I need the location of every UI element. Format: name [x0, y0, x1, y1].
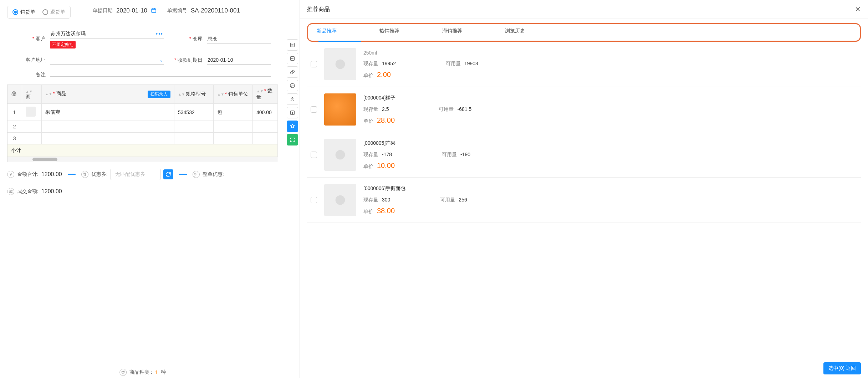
- horizontal-scrollbar[interactable]: [7, 157, 278, 162]
- calendar-icon[interactable]: [151, 7, 157, 14]
- product-name: [0000004]橘子: [363, 95, 857, 101]
- doc-type-tabs: 销货单 退货单: [7, 6, 71, 19]
- address-input[interactable]: ⌄: [50, 56, 164, 65]
- right-panel-title: 推荐商品: [307, 6, 330, 13]
- col-qty[interactable]: ▲▼* 数量: [253, 85, 278, 104]
- gear-column[interactable]: [7, 85, 22, 104]
- customer-label: 客户: [7, 36, 50, 42]
- row-image-cell: [22, 104, 41, 121]
- list-item[interactable]: [0000006]手撕面包 现存量300 可用量256 单价 38.00: [307, 178, 861, 223]
- list-item[interactable]: [0000004]橘子 现存量2.5 可用量-681.5 单价 28.00: [307, 87, 861, 132]
- table-row[interactable]: 1 果倍爽 534532 包 400.00: [7, 104, 278, 121]
- svg-point-8: [336, 150, 345, 160]
- table-row[interactable]: 3: [7, 133, 278, 144]
- col-spec[interactable]: ▲▼规格型号: [174, 85, 214, 104]
- customer-value: 苏州万达沃尔玛: [51, 31, 86, 37]
- tool-person-icon[interactable]: [287, 93, 298, 105]
- tool-swap-icon[interactable]: [287, 80, 298, 91]
- minus-icon: [179, 174, 187, 175]
- coupon-input[interactable]: 无匹配优惠券: [111, 169, 160, 180]
- col-img[interactable]: ▲▼商: [22, 85, 41, 104]
- tool-link-icon[interactable]: [287, 66, 298, 78]
- form-area: 客户 苏州万达沃尔玛 ••• 不固定账期 仓库 总仓 客户地址 ⌄ 收款到期日 …: [7, 29, 278, 78]
- col-unit[interactable]: ▲▼* 销售单位: [214, 85, 253, 104]
- tab-hot[interactable]: 热销推荐: [379, 28, 399, 37]
- table-row[interactable]: 2: [7, 121, 278, 133]
- tool-star-icon[interactable]: [287, 121, 298, 132]
- stock-label: 现存量: [363, 197, 378, 203]
- row-image-cell: [22, 121, 41, 133]
- select-return-button[interactable]: 选中(0) 返回: [823, 362, 861, 374]
- checkbox[interactable]: [311, 152, 317, 158]
- tool-list-icon[interactable]: [287, 39, 298, 51]
- more-icon[interactable]: •••: [156, 31, 163, 37]
- items-table: ▲▼商 ▲▼* 商品扫码录入 ▲▼规格型号 ▲▼* 销售单位 ▲▼* 数量 1 …: [7, 85, 278, 162]
- account-badge: 不固定账期: [50, 41, 76, 48]
- close-icon[interactable]: ✕: [855, 5, 861, 14]
- radio-icon: [12, 9, 18, 15]
- checkbox[interactable]: [311, 106, 317, 113]
- row-qty[interactable]: [253, 121, 278, 133]
- row-index: 1: [7, 104, 22, 121]
- row-unit[interactable]: [214, 121, 253, 133]
- tab-new[interactable]: 新品推荐: [317, 28, 337, 37]
- row-qty[interactable]: [253, 133, 278, 144]
- paydate-label: 收款到期日: [164, 57, 207, 63]
- row-spec[interactable]: [174, 121, 214, 133]
- stock-value: 2.5: [382, 106, 389, 113]
- paydate-input[interactable]: 2020-01-10: [207, 56, 271, 65]
- list-item[interactable]: 250ml 现存量19952 可用量19903 单价 2.00: [307, 42, 861, 87]
- checkbox[interactable]: [311, 197, 317, 203]
- customer-input[interactable]: 苏州万达沃尔玛 •••: [50, 29, 164, 39]
- stock-label: 现存量: [363, 61, 378, 67]
- tab-slow[interactable]: 滞销推荐: [442, 28, 462, 37]
- doc-date-label: 单据日期: [93, 7, 113, 14]
- deal-label: 成交金额:: [17, 188, 39, 195]
- tab-history[interactable]: 浏览历史: [505, 28, 525, 37]
- tool-chart-icon[interactable]: [287, 53, 298, 64]
- totals-row: ¥ 金额合计: 1200.00 券 优惠券: 无匹配优惠券 折 整单优惠:: [7, 169, 278, 180]
- doc-num-value: SA-20200110-001: [191, 7, 240, 14]
- row-product[interactable]: 果倍爽: [41, 104, 174, 121]
- row-product[interactable]: [41, 133, 174, 144]
- yen-icon: ¥: [7, 171, 14, 178]
- paydate-value: 2020-01-10: [208, 57, 233, 63]
- product-image: [324, 48, 356, 80]
- scan-button[interactable]: 扫码录入: [148, 91, 170, 98]
- product-info: [0000004]橘子 现存量2.5 可用量-681.5 单价 28.00: [363, 95, 857, 124]
- row-unit[interactable]: [214, 133, 253, 144]
- amount-label: 金额合计:: [17, 171, 39, 178]
- warehouse-value: 总仓: [208, 36, 218, 42]
- price-value: 28.00: [377, 116, 395, 124]
- row-spec[interactable]: [174, 133, 214, 144]
- minus-icon: [68, 174, 76, 175]
- row-unit[interactable]: 包: [214, 104, 253, 121]
- checkbox[interactable]: [311, 61, 317, 67]
- remark-label: 备注: [7, 72, 50, 78]
- tool-yen-icon[interactable]: [287, 107, 298, 118]
- avail-label: 可用量: [446, 61, 461, 67]
- avail-value: -681.5: [457, 106, 471, 113]
- doc-date-value[interactable]: 2020-01-10: [116, 7, 147, 14]
- product-list[interactable]: 250ml 现存量19952 可用量19903 单价 2.00 [0000004…: [300, 42, 868, 359]
- radio-return[interactable]: 退货单: [42, 9, 65, 15]
- row-index: 2: [7, 121, 22, 133]
- radio-sales[interactable]: 销货单: [12, 9, 35, 15]
- row-spec[interactable]: 534532: [174, 104, 214, 121]
- remark-input[interactable]: [50, 73, 271, 77]
- warehouse-input[interactable]: 总仓: [207, 34, 271, 44]
- row-qty[interactable]: 400.00: [253, 104, 278, 121]
- col-product[interactable]: ▲▼* 商品扫码录入: [41, 85, 174, 104]
- row-index: 3: [7, 133, 22, 144]
- row-product[interactable]: [41, 121, 174, 133]
- product-thumb: [26, 107, 36, 117]
- tool-expand-icon[interactable]: [287, 134, 298, 145]
- refresh-button[interactable]: [163, 169, 173, 179]
- deal-icon: 成: [7, 188, 14, 195]
- side-toolbar: [285, 0, 300, 378]
- list-item[interactable]: [0000005]芒果 现存量-178 可用量-190 单价 10.00: [307, 132, 861, 178]
- row-image-cell: [22, 133, 41, 144]
- svg-rect-0: [152, 9, 156, 12]
- stock-label: 现存量: [363, 106, 378, 113]
- chevron-down-icon[interactable]: ⌄: [159, 57, 163, 63]
